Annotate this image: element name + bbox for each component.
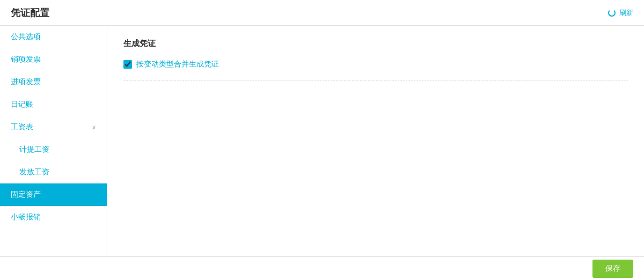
sidebar-item-payroll-table[interactable]: 工资表 ∨ — [0, 116, 107, 138]
merge-by-type-checkbox[interactable] — [123, 60, 132, 69]
sidebar: 公共选项 销项发票 进项发票 日记账 工资表 ∨ 计提工资 发放工资 固定资产 … — [0, 26, 107, 256]
refresh-label: 刷新 — [619, 8, 633, 18]
sidebar-item-calc-salary[interactable]: 计提工资 — [0, 138, 107, 161]
sidebar-item-label: 销项发票 — [11, 55, 41, 64]
refresh-icon — [608, 9, 616, 17]
sidebar-item-expense-report[interactable]: 小畅报销 — [0, 206, 107, 229]
sidebar-item-fixed-assets[interactable]: 固定资产 — [0, 183, 107, 206]
sidebar-item-purchase-invoice[interactable]: 进项发票 — [0, 71, 107, 93]
sidebar-item-label: 公共选项 — [11, 32, 41, 42]
page-footer: 保存 — [0, 256, 644, 280]
checkbox-label[interactable]: 按变动类型合并生成凭证 — [136, 60, 219, 69]
main-layout: 公共选项 销项发票 进项发票 日记账 工资表 ∨ 计提工资 发放工资 固定资产 … — [0, 26, 644, 256]
page-title: 凭证配置 — [11, 6, 49, 19]
content-area: 生成凭证 按变动类型合并生成凭证 — [107, 26, 644, 256]
sidebar-item-journal[interactable]: 日记账 — [0, 93, 107, 116]
section-title: 生成凭证 — [123, 39, 628, 49]
sidebar-item-label: 固定资产 — [11, 190, 41, 200]
page-header: 凭证配置 刷新 — [0, 0, 644, 26]
sidebar-item-label: 小畅报销 — [11, 212, 41, 222]
sidebar-item-label: 日记账 — [11, 100, 33, 109]
save-button[interactable]: 保存 — [592, 260, 633, 278]
sidebar-item-public-options[interactable]: 公共选项 — [0, 26, 107, 48]
sidebar-item-sales-invoice[interactable]: 销项发票 — [0, 48, 107, 71]
sidebar-item-label: 进项发票 — [11, 77, 41, 87]
checkbox-row: 按变动类型合并生成凭证 — [123, 60, 628, 69]
section-divider — [123, 80, 628, 80]
sidebar-item-pay-salary[interactable]: 发放工资 — [0, 161, 107, 183]
sidebar-item-label: 工资表 — [11, 122, 33, 132]
sidebar-item-label: 计提工资 — [19, 145, 49, 154]
refresh-button[interactable]: 刷新 — [608, 8, 633, 18]
chevron-down-icon: ∨ — [92, 124, 96, 131]
sidebar-item-label: 发放工资 — [19, 167, 49, 177]
